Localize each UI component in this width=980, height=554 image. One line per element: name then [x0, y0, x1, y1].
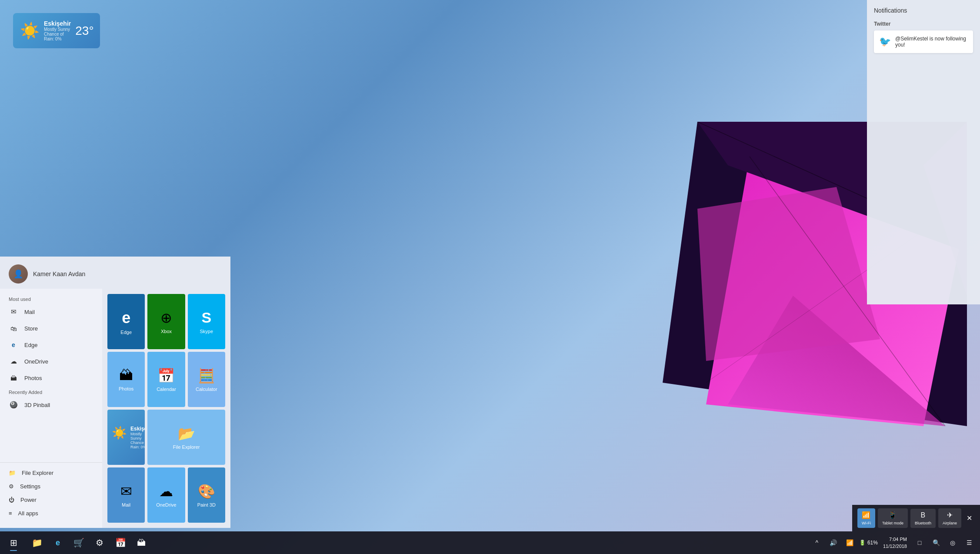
battery-icon: 🔋 [859, 540, 866, 546]
settings-nav-icon: ⚙ [9, 483, 14, 490]
app-item-edge[interactable]: e Edge [0, 337, 102, 353]
nav-power[interactable]: ⏻ Power [0, 493, 102, 507]
tile-onedrive[interactable]: ☁ OneDrive [147, 467, 185, 523]
onedrive-icon: ☁ [9, 357, 18, 366]
tile-mail[interactable]: ✉ Mail [107, 467, 145, 523]
tray-chevron[interactable]: ^ [810, 535, 824, 550]
weather-condition: Mostly Sunny [44, 27, 71, 32]
tile-mail-icon: ✉ [120, 483, 132, 500]
taskbar-calendar[interactable]: 📅 [110, 533, 130, 553]
tile-photos[interactable]: 🏔 Photos [107, 352, 145, 407]
app-item-store[interactable]: 🛍 Store [0, 320, 102, 337]
clock-time: 7:04 PM [883, 536, 907, 543]
photos-icon: 🏔 [9, 373, 18, 383]
notifications-title: Notifications [874, 7, 973, 14]
tile-file-explorer[interactable]: 📂 File Explorer [147, 410, 225, 465]
battery-percent: 61% [867, 540, 878, 546]
tile-fileexplorer-label: File Explorer [173, 444, 200, 450]
weather-sun-icon: ☀️ [20, 22, 40, 40]
taskbar-file-explorer[interactable]: 📁 [27, 533, 47, 553]
tile-calendar[interactable]: 📅 Calendar [147, 352, 185, 407]
tray-task-manager[interactable]: □ [912, 535, 927, 550]
tile-edge-label: Edge [120, 330, 132, 335]
tile-photos-icon: 🏔 [119, 367, 133, 384]
app-item-3dpinball[interactable]: 🎱 3D Pinball [0, 397, 102, 413]
tile-calendar-label: Calendar [157, 387, 176, 392]
tray-action-center[interactable]: ☰ [962, 535, 977, 550]
tray-network[interactable]: 📶 [843, 535, 857, 550]
power-nav-icon: ⏻ [9, 497, 14, 503]
tray-cortana[interactable]: ◎ [945, 535, 960, 550]
notifications-panel: Notifications Twitter 🐦 @SelimKestel is … [867, 0, 980, 304]
taskbar-edge[interactable]: e [48, 533, 68, 553]
tile-paint3d-icon: 🎨 [198, 483, 215, 500]
taskbar-settings[interactable]: ⚙ [90, 533, 110, 553]
bluetooth-label: Bluetooth [915, 521, 931, 525]
nav-settings[interactable]: ⚙ Settings [0, 480, 102, 493]
tile-edge-icon: e [122, 309, 130, 327]
tile-skype-label: Skype [200, 329, 213, 334]
app-label-onedrive: OneDrive [24, 358, 48, 365]
toggle-tablet[interactable]: 📱 Tablet mode [878, 508, 908, 528]
taskbar-store-icon: 🛒 [73, 537, 84, 548]
battery-info[interactable]: 🔋 61% [859, 540, 878, 546]
tile-calculator[interactable]: 🧮 Calculator [188, 352, 225, 407]
nav-label-all-apps: All apps [18, 510, 38, 517]
tile-xbox[interactable]: ⊕ Xbox [147, 294, 185, 349]
clock-date: 11/12/2018 [883, 543, 907, 550]
app-item-photos[interactable]: 🏔 Photos [0, 370, 102, 386]
tile-edge[interactable]: e Edge [107, 294, 145, 349]
nav-file-explorer[interactable]: 📁 File Explorer [0, 466, 102, 480]
wifi-icon: 📶 [862, 511, 870, 519]
toggle-wifi[interactable]: 📶 Wi-Fi [857, 508, 875, 528]
cortana-icon: ◎ [950, 539, 955, 546]
taskbar-store[interactable]: 🛒 [69, 533, 89, 553]
taskbar-file-explorer-icon: 📁 [32, 537, 43, 548]
weather-widget[interactable]: ☀️ Eskişehir Mostly Sunny Chance of Rain… [13, 13, 100, 48]
tile-weather[interactable]: ☀️ Eskişehir Mostly Sunny Chance of Rain… [107, 410, 145, 465]
tile-paint3d[interactable]: 🎨 Paint 3D [188, 467, 225, 523]
taskbar: ⊞ 📁 e 🛒 ⚙ 📅 🏔 ^ 🔊 📶 🔋 [0, 531, 980, 554]
volume-icon: 🔊 [830, 539, 837, 546]
airplane-icon: ✈ [947, 511, 953, 519]
start-icon: ⊞ [10, 537, 17, 548]
toggle-bluetooth[interactable]: B Bluetooth [910, 509, 936, 528]
tile-mail-label: Mail [122, 502, 130, 507]
clock[interactable]: 7:04 PM 11/12/2018 [880, 536, 910, 550]
tile-onedrive-icon: ☁ [159, 483, 173, 500]
3dpinball-icon: 🎱 [9, 400, 18, 410]
store-icon: 🛍 [9, 324, 18, 333]
twitter-icon: 🐦 [879, 36, 891, 47]
user-avatar: 👤 [9, 264, 28, 284]
tile-skype[interactable]: S Skype [188, 294, 225, 349]
taskbar-calendar-icon: 📅 [115, 537, 126, 548]
tile-calendar-icon: 📅 [157, 367, 175, 384]
quick-settings-close[interactable]: ✕ [964, 511, 975, 525]
tray-volume[interactable]: 🔊 [826, 535, 841, 550]
nav-all-apps[interactable]: ≡ All apps [0, 507, 102, 520]
tile-weather-sun: ☀️ [112, 426, 127, 440]
tray-search[interactable]: 🔍 [929, 535, 943, 550]
most-used-label: Most used [0, 293, 102, 304]
start-button[interactable]: ⊞ [3, 533, 23, 553]
search-tray-icon: 🔍 [933, 539, 940, 546]
tablet-label: Tablet mode [882, 521, 903, 525]
edge-icon: e [9, 340, 18, 350]
tile-xbox-label: Xbox [161, 329, 172, 334]
start-body: Most used ✉ Mail 🛍 Store e Edge ☁ OneDri… [0, 289, 230, 528]
tile-weather-rain: Chance of Rain: 0% [130, 441, 145, 449]
tile-weather-cond: Mostly Sunny [130, 432, 145, 441]
app-item-mail[interactable]: ✉ Mail [0, 304, 102, 320]
toggle-airplane[interactable]: ✈ Airplane [938, 508, 961, 528]
twitter-notification[interactable]: 🐦 @SelimKestel is now following you! [874, 30, 973, 53]
taskbar-photos[interactable]: 🏔 [131, 533, 151, 553]
twitter-message: @SelimKestel is now following you! [895, 36, 968, 48]
tile-xbox-icon: ⊕ [160, 310, 172, 326]
app-label-edge: Edge [24, 342, 37, 348]
app-label-3dpinball: 3D Pinball [24, 402, 50, 408]
nav-label-power: Power [20, 497, 37, 503]
app-item-onedrive[interactable]: ☁ OneDrive [0, 353, 102, 370]
nav-label-settings: Settings [20, 483, 40, 490]
user-profile: 👤 Kamer Kaan Avdan [0, 257, 230, 289]
app-label-photos: Photos [24, 375, 42, 381]
